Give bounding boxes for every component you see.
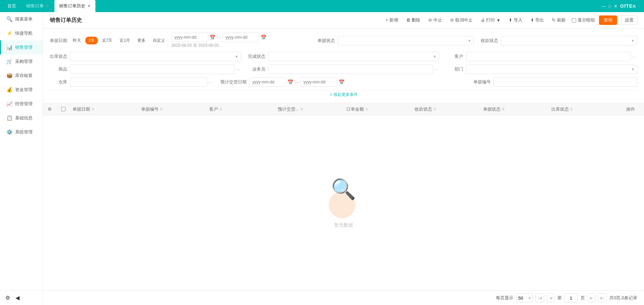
date-btn-more[interactable]: 更多: [134, 37, 148, 44]
main-layout: 🔍 搜索菜单 ⚡ 快捷导航 📊 销售管理 🛒 采购管理 📦 库存核算 💰 资金管…: [0, 12, 644, 305]
tab-sales-order-history-close[interactable]: ✕: [87, 4, 91, 8]
print-label: 🖨 打印: [481, 17, 495, 23]
date-btn-3days[interactable]: 3天: [85, 37, 98, 44]
th-delivery[interactable]: 预计交货... ⇅: [275, 106, 344, 112]
goods-more-btn[interactable]: ···: [235, 67, 241, 72]
receipt-status-select[interactable]: [338, 36, 474, 45]
th-no[interactable]: 单据编号 ⇅: [138, 106, 207, 112]
settings-button[interactable]: 设置: [621, 15, 637, 25]
filter-expected-delivery: 预计交货日期 📅 — 📅: [220, 77, 466, 87]
th-date[interactable]: 单据日期 ⇅: [70, 106, 138, 112]
sidebar-item-label: 销售管理: [15, 44, 33, 50]
settings-gear-icon[interactable]: ⚙: [48, 107, 52, 112]
tab-sales-order-label: 销售订单: [26, 3, 44, 9]
empty-magnifier-icon: 🔍: [331, 179, 356, 199]
cancel-stop-button[interactable]: ⊘ 取消中止: [448, 16, 475, 25]
date-btn-1month[interactable]: 近1月: [117, 37, 133, 44]
date-to-input[interactable]: [222, 33, 259, 42]
th-settings[interactable]: ⚙: [43, 107, 56, 112]
date-to-cal-icon[interactable]: 📅: [261, 35, 266, 40]
expected-delivery-from[interactable]: [249, 77, 286, 87]
expected-delivery-label: 预计交货日期: [220, 79, 249, 85]
dept-select[interactable]: [466, 65, 637, 74]
tab-home[interactable]: 首页: [3, 0, 21, 12]
new-button[interactable]: + 新增: [384, 16, 400, 25]
filter-warehouse: 仓库 ···: [50, 77, 214, 87]
goods-input[interactable]: [70, 65, 235, 74]
salesperson-more-btn[interactable]: ···: [433, 67, 439, 72]
tab-bar: 首页 销售订单 ✕ 销售订单历史 ✕: [3, 0, 601, 12]
filter-receipt-no: 单据编号: [473, 77, 637, 87]
expected-delivery-to[interactable]: [300, 77, 337, 87]
tab-sales-order-close[interactable]: ✕: [46, 4, 49, 8]
sidebar-settings-icon[interactable]: ⚙: [5, 295, 10, 301]
table-area: ⚙ 单据日期 ⇅ 单据编号 ⇅ 客户 ⇅ 预计交货...: [43, 103, 644, 291]
th-payment[interactable]: 收款状态 ⇅: [412, 106, 480, 112]
purchase-mgmt-icon: 🛒: [6, 59, 12, 65]
salesperson-input[interactable]: [268, 65, 433, 74]
prev-page-button[interactable]: ◀: [547, 294, 555, 302]
sidebar-item-base-info[interactable]: 📋 基础信息: [0, 111, 43, 125]
sales-mgmt-icon: 📊: [6, 44, 12, 50]
window-maximize[interactable]: □: [608, 4, 611, 9]
collapse-bar[interactable]: ∧ 收起更多条件: [50, 90, 637, 99]
filter-row-4: 仓库 ··· 预计交货日期 📅 — 📅 单据编号: [50, 77, 637, 87]
warehouse-input[interactable]: [70, 77, 207, 87]
tab-sales-order-history[interactable]: 销售订单历史 ✕: [54, 0, 95, 12]
filter-area: 单据日期 昨天 3天 近7天 近1月 更多 自定义: [43, 29, 644, 103]
tab-sales-order[interactable]: 销售订单 ✕: [22, 0, 54, 12]
window-minimize[interactable]: —: [601, 4, 606, 9]
first-page-button[interactable]: |◀: [535, 294, 544, 302]
sidebar-item-sys-mgmt[interactable]: ⚙️ 系统管理: [0, 125, 43, 139]
receipt-no-label: 单据编号: [473, 79, 493, 85]
date-from-cal-icon[interactable]: 📅: [210, 35, 215, 40]
page-number-input[interactable]: [564, 294, 578, 302]
display-cols-toggle[interactable]: 显示暗组: [572, 17, 595, 23]
customer-more-btn[interactable]: ···: [631, 54, 637, 59]
date-btn-custom[interactable]: 自定义: [150, 37, 168, 44]
sidebar-item-operations[interactable]: 📈 经营管理: [0, 97, 43, 111]
print-button[interactable]: 🖨 打印 ▼: [479, 16, 503, 25]
stop-button[interactable]: ⊘ 中止: [426, 16, 444, 25]
th-status[interactable]: 单据状态 ⇅: [480, 106, 549, 112]
sidebar-collapse-icon[interactable]: ◀: [15, 295, 19, 301]
last-page-button[interactable]: ▶|: [598, 294, 607, 302]
expected-delivery-to-cal[interactable]: 📅: [339, 79, 344, 85]
receipt-no-input[interactable]: [493, 77, 637, 87]
date-btn-7days[interactable]: 近7天: [99, 37, 116, 44]
export-button[interactable]: ⬇ 导出: [528, 16, 546, 25]
th-customer[interactable]: 客户 ⇅: [207, 106, 275, 112]
salesperson-label: 业务员: [248, 66, 268, 72]
sidebar-item-quick-nav[interactable]: ⚡ 快捷导航: [0, 26, 43, 40]
date-btn-yesterday[interactable]: 昨天: [70, 37, 84, 44]
th-checkbox[interactable]: [56, 107, 70, 111]
expected-delivery-from-cal[interactable]: 📅: [288, 79, 293, 85]
sidebar-item-label: 系统管理: [15, 129, 33, 135]
empty-text: 暂无数据: [334, 222, 353, 228]
query-button[interactable]: 查询: [599, 15, 617, 25]
select-all-checkbox[interactable]: [61, 107, 66, 111]
next-page-button[interactable]: ▶: [588, 294, 595, 302]
sidebar-item-search-menu[interactable]: 🔍 搜索菜单: [0, 12, 43, 26]
date-from-input[interactable]: [171, 33, 208, 42]
empty-state: 🔍 暂无数据: [324, 178, 364, 228]
delete-button[interactable]: 🗑 删除: [404, 16, 423, 25]
sidebar-item-purchase-mgmt[interactable]: 🛒 采购管理: [0, 54, 43, 69]
customer-label: 客户: [446, 53, 466, 60]
completion-status-select[interactable]: [268, 52, 439, 61]
window-close[interactable]: ✕: [614, 4, 617, 9]
import-button[interactable]: ⬆ 导入: [507, 16, 524, 25]
delivery-status-select[interactable]: [70, 52, 241, 61]
sidebar-item-sales-mgmt[interactable]: 📊 销售管理: [0, 40, 43, 54]
refresh-button[interactable]: ↻ 刷新: [550, 16, 568, 25]
sidebar-item-inventory[interactable]: 📦 库存核算: [0, 69, 43, 83]
filter-delivery-status: 出库状态 ▼: [50, 52, 241, 61]
th-amount[interactable]: 订单金额 ⇅: [344, 106, 412, 112]
customer-input[interactable]: [466, 52, 631, 61]
th-out-status[interactable]: 出库状态 ⇅: [549, 106, 617, 112]
payment-status-select[interactable]: [501, 36, 637, 45]
display-cols-checkbox[interactable]: [572, 18, 576, 23]
per-page-select[interactable]: 50 10 20 100: [516, 294, 533, 302]
warehouse-more-btn[interactable]: ···: [207, 80, 214, 85]
sidebar-item-finance[interactable]: 💰 资金管理: [0, 83, 43, 97]
